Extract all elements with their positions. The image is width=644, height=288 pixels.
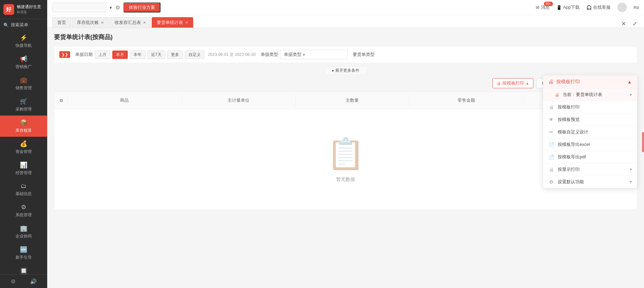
type-filter-label: 单据类型 xyxy=(261,52,278,58)
print-chevron-icon: ▲ xyxy=(526,82,529,85)
avatar[interactable] xyxy=(617,3,627,12)
sidebar-item-label: 系统管理 xyxy=(16,212,32,218)
headset-icon: 🎧 xyxy=(586,5,592,10)
tab-order-stats[interactable]: 要货单统计表 ✕ xyxy=(152,17,193,28)
dropdown-header-left: 🖨 按模板打印 xyxy=(548,79,580,85)
phone-icon: 📱 xyxy=(556,5,562,10)
dropdown-display-print[interactable]: 🖨 按显示打印 ▾ xyxy=(543,163,637,176)
close-window-button[interactable]: ✕ xyxy=(619,20,628,28)
settings-bottom-icon[interactable]: ⚙ xyxy=(11,278,16,285)
purchase-icon: 🛒 xyxy=(20,98,27,105)
sidebar-item-system[interactable]: ⚙ 系统管理 xyxy=(0,200,47,221)
dropdown-current-template[interactable]: 🖨 当前：要货单统计表 ▾ xyxy=(543,89,637,101)
sidebar-item-label: 基础信息 xyxy=(16,191,32,197)
topbar-gear-icon[interactable]: ⚙ xyxy=(115,4,120,11)
expand-more-btn[interactable]: ▾ 展开更多条件 xyxy=(325,66,367,75)
sidebar-item-label: 经营管理 xyxy=(16,170,32,176)
date-filter-current-month[interactable]: 本月 xyxy=(112,51,128,59)
online-service-button[interactable]: 🎧 在线客服 xyxy=(586,4,611,10)
inventory-icon: 📦 xyxy=(20,119,27,126)
print-template-btn[interactable]: 🖨 按模板打印 ▲ xyxy=(492,78,533,88)
current-template-arrow: ▾ xyxy=(630,92,632,97)
template-preview-label: 按模板预览 xyxy=(558,117,580,123)
display-print-arrow: ▾ xyxy=(630,167,632,172)
topbar-search-input[interactable] xyxy=(52,3,106,12)
date-filter-current-year[interactable]: 本年 xyxy=(130,51,145,59)
dropdown-template-excel[interactable]: 📄 按模板导出excel xyxy=(543,138,637,151)
tab-order-stats-close[interactable]: ✕ xyxy=(185,21,188,25)
sidebar-item-marketing[interactable]: 📢 营销推广 xyxy=(0,52,47,73)
dropdown-set-default[interactable]: ⚙ 设置默认功能 ▾ xyxy=(543,176,637,188)
tab-home[interactable]: 首页 xyxy=(52,17,71,28)
sidebar-item-quick-nav[interactable]: ⚡ 快捷导航 xyxy=(0,31,47,52)
sidebar-item-label: 库存核算 xyxy=(16,128,32,133)
date-filter-7days[interactable]: 近7天 xyxy=(147,51,165,59)
tab-receipts-summary-close[interactable]: ✕ xyxy=(143,21,146,25)
sidebar-item-enterprise[interactable]: 🏢 企业协同 xyxy=(0,221,47,243)
empty-illustration: 📋 xyxy=(327,136,364,171)
sidebar-item-base[interactable]: 🗂 基础信息 xyxy=(0,179,47,200)
template-preview-icon: 👁 xyxy=(548,117,554,122)
sidebar-item-apps[interactable]: 🔲 应用中心 xyxy=(0,264,47,275)
apps-icon: 🔲 xyxy=(20,267,27,275)
sidebar-search[interactable]: 🔍 搜索菜单 xyxy=(0,19,47,31)
tab-receipts-summary-label: 收发存汇总表 xyxy=(115,20,141,26)
sidebar-item-operations[interactable]: 📊 经营管理 xyxy=(0,158,47,179)
tab-batch-account-close[interactable]: ✕ xyxy=(101,21,104,25)
sidebar-item-finance[interactable]: 💰 资金管理 xyxy=(0,137,47,158)
scrollbar-thumb[interactable] xyxy=(642,132,644,152)
sales-icon: 💼 xyxy=(20,76,27,84)
current-template-label: 当前：要货单统计表 xyxy=(563,92,602,98)
promo-button[interactable]: 体验行业方案 xyxy=(123,2,160,12)
tabs-bar: 首页 库存批次账 ✕ 收发存汇总表 ✕ 要货单统计表 ✕ ✕ ⤢ xyxy=(47,15,644,28)
guide-icon: 🆕 xyxy=(20,246,27,253)
app-edition: 标准版 xyxy=(17,10,41,14)
order-type-filter-section: 要货单类型 xyxy=(353,52,375,58)
sidebar-item-sales[interactable]: 💼 销售管理 xyxy=(0,73,47,94)
online-service-label: 在线客服 xyxy=(593,4,611,10)
dropdown-template-pdf[interactable]: 📄 按模板导出pdf xyxy=(543,151,637,163)
messages-badge: 99+ xyxy=(544,2,553,6)
sidebar-item-label: 营销推广 xyxy=(16,64,32,70)
print-header-icon: 🖨 xyxy=(548,79,554,85)
date-filter-custom[interactable]: 自定义 xyxy=(185,51,204,59)
speaker-bottom-icon[interactable]: 🔊 xyxy=(30,278,37,285)
sidebar-item-purchase[interactable]: 🛒 采购管理 xyxy=(0,94,47,116)
template-excel-label: 按模板导出excel xyxy=(558,141,590,148)
app-download-button[interactable]: 📱 App下载 xyxy=(556,4,580,10)
template-pdf-icon: 📄 xyxy=(548,154,554,160)
marketing-icon: 📢 xyxy=(20,55,27,63)
topbar-left: ▾ ⚙ 体验行业方案 xyxy=(52,2,531,12)
sidebar-item-guide[interactable]: 🆕 新手引导 xyxy=(0,243,47,264)
th-goods: 商品 xyxy=(68,95,182,106)
template-excel-icon: 📄 xyxy=(548,142,554,147)
dropdown-template-design[interactable]: ✏ 模板自定义设计 xyxy=(543,126,637,138)
template-design-label: 模板自定义设计 xyxy=(558,129,588,135)
tab-home-label: 首页 xyxy=(57,20,66,26)
date-filter-label: 单据日期 xyxy=(75,52,93,58)
print-template-label: 按模板打印 xyxy=(502,80,524,86)
date-filter-more[interactable]: 更多 xyxy=(167,51,183,59)
sidebar-item-inventory[interactable]: 📦 库存核算 xyxy=(0,116,47,137)
expand-icon[interactable]: ❯❯ xyxy=(59,51,70,58)
enterprise-icon: 🏢 xyxy=(20,225,27,232)
topbar-dropdown-btn[interactable]: ▾ xyxy=(110,5,112,10)
app-logo-text: 畅捷通好生意 标准版 xyxy=(17,4,41,14)
dropdown-template-print[interactable]: 🖨 按模板打印 xyxy=(543,101,637,114)
date-filter-prev-month[interactable]: 上月 xyxy=(95,51,110,59)
sidebar-logo: 好 畅捷通好生意 标准版 xyxy=(0,0,47,19)
messages-button[interactable]: ✉ 消息 99+ xyxy=(536,4,550,10)
set-default-arrow: ▾ xyxy=(630,180,632,184)
expand-bar: ▾ 展开更多条件 xyxy=(54,66,637,75)
th-settings[interactable]: ⚙ xyxy=(54,95,68,106)
th-unit: 主计量单位 xyxy=(182,95,296,106)
username-label[interactable]: Rit xyxy=(634,5,639,10)
expand-window-button[interactable]: ⤢ xyxy=(631,20,639,28)
dropdown-template-preview[interactable]: 👁 按模板预览 xyxy=(543,114,637,126)
tab-receipts-summary[interactable]: 收发存汇总表 ✕ xyxy=(110,17,151,28)
tab-batch-account[interactable]: 库存批次账 ✕ xyxy=(72,17,109,28)
type-filter-dropdown[interactable]: 单据类型 ▾ xyxy=(280,50,348,59)
dropdown-collapse-icon: ▲ xyxy=(627,79,632,85)
display-print-label: 按显示打印 xyxy=(558,166,580,172)
dropdown-header[interactable]: 🖨 按模板打印 ▲ xyxy=(543,75,637,89)
